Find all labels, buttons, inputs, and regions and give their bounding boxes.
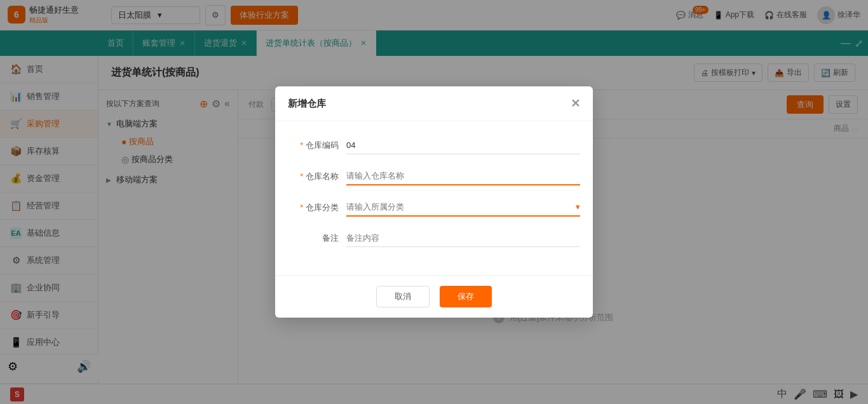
name-label: 仓库名称	[288, 171, 339, 182]
form-row-note: 备注	[288, 229, 580, 247]
modal-body: 仓库编码 仓库名称 仓库分类 ▾ 备注	[275, 121, 593, 275]
modal-title: 新增仓库	[288, 98, 326, 110]
form-row-name: 仓库名称	[288, 167, 580, 185]
note-input[interactable]	[346, 229, 580, 247]
modal-close-button[interactable]: ✕	[571, 97, 580, 111]
save-button[interactable]: 保存	[440, 286, 492, 307]
modal-header: 新增仓库 ✕	[275, 86, 593, 121]
modal-add-warehouse: 新增仓库 ✕ 仓库编码 仓库名称 仓库分类 ▾	[275, 86, 593, 318]
modal-overlay: 新增仓库 ✕ 仓库编码 仓库名称 仓库分类 ▾	[0, 0, 868, 404]
modal-footer: 取消 保存	[275, 275, 593, 318]
code-input[interactable]	[346, 137, 580, 154]
cancel-button[interactable]: 取消	[376, 286, 430, 307]
form-row-code: 仓库编码	[288, 137, 580, 154]
category-select[interactable]: ▾	[346, 198, 580, 217]
note-label: 备注	[288, 232, 339, 244]
form-row-category: 仓库分类 ▾	[288, 198, 580, 217]
category-arrow-icon: ▾	[576, 202, 580, 212]
name-input[interactable]	[346, 167, 580, 185]
category-label: 仓库分类	[288, 202, 339, 213]
code-label: 仓库编码	[288, 140, 339, 151]
category-input[interactable]	[346, 202, 576, 212]
